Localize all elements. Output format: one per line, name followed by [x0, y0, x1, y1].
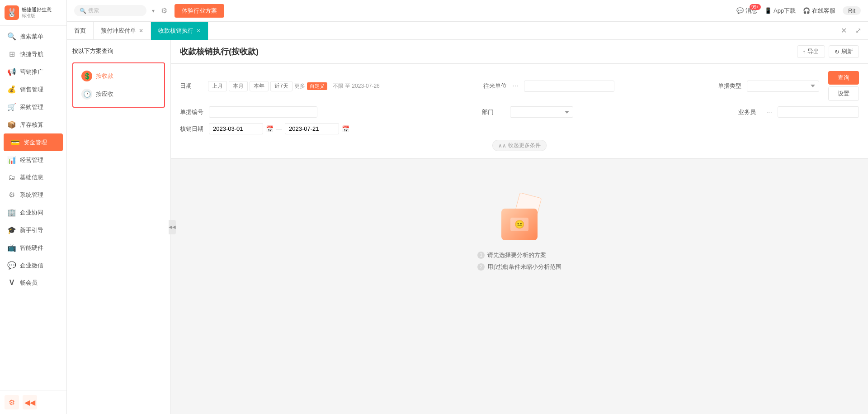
sidebar-label-finance: 资金管理	[24, 138, 47, 147]
sidebar-label-system: 系统管理	[20, 191, 43, 199]
filter-option-by-receivable[interactable]: 🕐 按应收	[77, 85, 160, 103]
refresh-button[interactable]: ↻ 刷新	[829, 45, 859, 58]
query-button[interactable]: 查询	[828, 71, 859, 85]
sidebar-label-sales: 销售管理	[20, 86, 43, 94]
nav-icon: ⊞	[7, 50, 16, 58]
main-area: 🔍 搜索 ▾ ⚙ 体验行业方案 💬 消息 99+ 📱 App下载 🎧 在线客服 …	[67, 0, 868, 414]
date-more[interactable]: 更多	[294, 82, 305, 90]
sidebar-label-search: 搜索菜单	[20, 33, 43, 41]
topbar-dropdown-arrow[interactable]: ▾	[152, 8, 155, 14]
calendar-from-icon[interactable]: 📅	[266, 125, 274, 133]
sidebar-item-marketing[interactable]: 📢 营销推广	[0, 63, 66, 81]
refresh-label: 刷新	[841, 48, 853, 56]
sidebar-item-enterprise[interactable]: 🏢 企业协同	[0, 204, 66, 221]
message-btn[interactable]: 💬 消息 99+	[736, 7, 757, 15]
set-button[interactable]: 设置	[828, 86, 859, 101]
date-custom-badge[interactable]: 自定义	[307, 82, 327, 90]
sidebar-label-marketing: 营销推广	[20, 68, 43, 76]
calendar-to-icon[interactable]: 📅	[342, 125, 349, 133]
date-last-7[interactable]: 近7天	[270, 81, 292, 91]
sidebar-item-hardware[interactable]: 📺 智能硬件	[0, 239, 66, 257]
doc-no-input[interactable]	[209, 106, 317, 118]
sidebar-item-basic[interactable]: 🗂 基础信息	[0, 169, 66, 186]
staff-label: 业务员	[738, 108, 761, 116]
partner-dotdot: ···	[512, 82, 518, 90]
refresh-icon: ↻	[835, 48, 840, 55]
filter-panel-border: 💲 按收款 🕐 按应收	[72, 62, 165, 108]
sidebar-item-system[interactable]: ⚙ 系统管理	[0, 186, 66, 204]
tab-prepay-close[interactable]: ✕	[139, 28, 143, 34]
member-icon: V	[7, 279, 16, 287]
filter-collapse-btn[interactable]: ◀◀	[169, 220, 176, 234]
user-menu[interactable]: Rit	[843, 6, 861, 15]
collapse-button[interactable]: ∧∧ 收起更多条件	[492, 140, 547, 151]
tab-prepay[interactable]: 预付冲应付单 ✕	[94, 22, 151, 40]
empty-hint-1: 1 请先选择要分析的方案	[477, 249, 561, 261]
search-icon: 🔍	[7, 32, 16, 41]
sidebar-item-nav[interactable]: ⊞ 快捷导航	[0, 45, 66, 63]
date-buttons: 上月 本月 本年 近7天 更多 自定义	[208, 81, 327, 91]
empty-hint-text-1: 请先选择要分析的方案	[487, 249, 546, 261]
online-service-btn[interactable]: 🎧 在线客服	[803, 7, 835, 15]
solution-button[interactable]: 体验行业方案	[175, 4, 224, 18]
sidebar-menu: 🔍 搜索菜单 ⊞ 快捷导航 📢 营销推广 💰 销售管理 🛒 采购管理 📦 库存核…	[0, 26, 66, 390]
date-last-month[interactable]: 上月	[208, 81, 227, 91]
receipt-icon: 💲	[81, 71, 92, 81]
tab-home[interactable]: 首页	[67, 22, 94, 40]
app-download-btn[interactable]: 📱 App下载	[764, 7, 796, 15]
sidebar-item-guide[interactable]: 🎓 新手引导	[0, 221, 66, 239]
verify-date-from[interactable]	[209, 123, 263, 134]
date-this-month[interactable]: 本月	[229, 81, 248, 91]
date-this-year[interactable]: 本年	[250, 81, 269, 91]
export-button[interactable]: ↑ 导出	[797, 45, 826, 58]
sidebar-item-search[interactable]: 🔍 搜索菜单	[0, 28, 66, 45]
sidebar-item-member[interactable]: V 畅会员	[0, 274, 66, 291]
sidebar-item-sales[interactable]: 💰 销售管理	[0, 81, 66, 98]
app-sub: 标准版	[22, 13, 52, 19]
dept-label: 部门	[482, 108, 505, 116]
sidebar-label-basic: 基础信息	[20, 173, 43, 181]
topbar-search-box[interactable]: 🔍 搜索	[74, 5, 146, 16]
sidebar-item-finance[interactable]: 💳 资金管理	[4, 133, 63, 151]
partner-input[interactable]	[524, 81, 614, 92]
settings-bottom-btn[interactable]: ⚙	[5, 395, 19, 409]
date-separator: —	[276, 125, 282, 132]
topbar: 🔍 搜索 ▾ ⚙ 体验行业方案 💬 消息 99+ 📱 App下载 🎧 在线客服 …	[67, 0, 868, 22]
sidebar-item-inventory[interactable]: 📦 库存核算	[0, 116, 66, 133]
topbar-search-placeholder: 搜索	[88, 7, 99, 14]
verify-date-range: 📅 — 📅	[209, 123, 349, 134]
sidebar-item-purchase[interactable]: 🛒 采购管理	[0, 98, 66, 116]
dept-select[interactable]	[510, 106, 573, 118]
collapse-sidebar-btn[interactable]: ◀◀	[23, 395, 37, 409]
sidebar-label-wechat: 企业微信	[20, 262, 43, 270]
sidebar-label-operation: 经营管理	[20, 156, 43, 164]
page-header-actions: ↑ 导出 ↻ 刷新	[797, 45, 859, 63]
partner-label: 往来单位	[483, 82, 507, 90]
tab-collect-close[interactable]: ✕	[196, 28, 201, 34]
verify-date-to[interactable]	[285, 123, 339, 134]
collapse-row: ∧∧ 收起更多条件	[180, 140, 859, 151]
tab-home-label: 首页	[74, 27, 86, 35]
staff-input[interactable]	[778, 106, 859, 118]
sidebar-item-wechat[interactable]: 💬 企业微信	[0, 257, 66, 274]
main-panel: 收款核销执行(按收款) ↑ 导出 ↻ 刷新 日期	[171, 40, 868, 414]
receivable-icon: 🕐	[81, 89, 92, 100]
tab-collect-label: 收款核销执行	[158, 27, 193, 35]
content-area: 按以下方案查询 💲 按收款 🕐 按应收 ◀◀ 收款核销执行(按收款)	[67, 40, 868, 414]
wechat-icon: 💬	[7, 261, 16, 270]
topbar-right: 💬 消息 99+ 📱 App下载 🎧 在线客服 Rit	[736, 6, 861, 15]
sidebar-label-hardware: 智能硬件	[20, 244, 43, 252]
doc-type-select[interactable]	[747, 81, 819, 92]
topbar-gear-icon[interactable]: ⚙	[161, 6, 167, 15]
tab-collect[interactable]: 收款核销执行 ✕	[151, 22, 208, 40]
page-title: 收款核销执行(按收款)	[180, 46, 259, 62]
filter-option-by-receipt[interactable]: 💲 按收款	[77, 67, 160, 85]
tab-close-all-btn[interactable]: ✕	[837, 24, 850, 37]
logo-icon: 🐰	[5, 5, 19, 20]
service-label: 在线客服	[812, 7, 835, 15]
hardware-icon: 📺	[7, 243, 16, 252]
sidebar-item-operation[interactable]: 📊 经营管理	[0, 151, 66, 169]
date-no-limit: 不限 至 2023-07-26	[333, 82, 380, 90]
tab-fullscreen-btn[interactable]: ⤢	[852, 24, 864, 37]
tab-actions: ✕ ⤢	[834, 24, 868, 37]
